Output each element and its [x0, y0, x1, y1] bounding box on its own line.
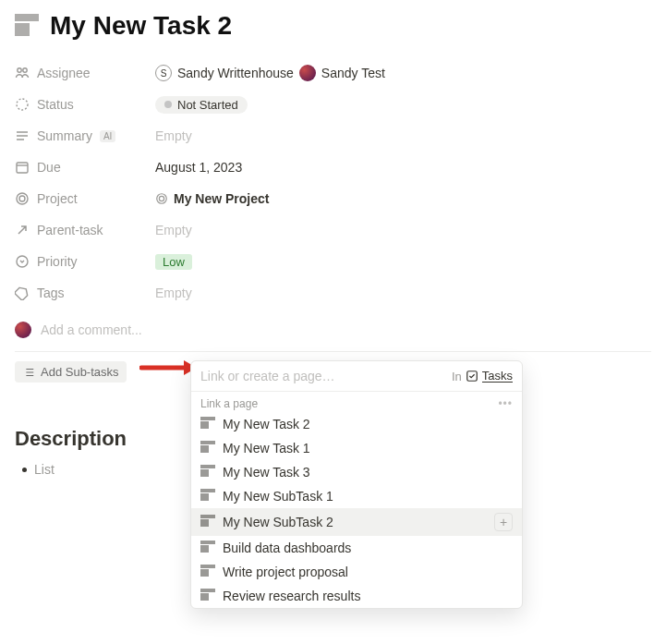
project-row: Project My New Project: [15, 183, 651, 214]
parent-label[interactable]: Parent-task: [15, 219, 155, 241]
svg-point-4: [17, 193, 28, 204]
popup-option-label: My New Task 1: [223, 441, 310, 456]
svg-point-5: [19, 196, 25, 201]
popup-option-label: My New Task 3: [223, 465, 310, 480]
status-text: Not Started: [177, 98, 238, 112]
popup-header: Link or create a page… In Tasks: [191, 361, 522, 392]
page-title[interactable]: My New Task 2: [50, 11, 232, 41]
parent-row: Parent-task Empty: [15, 214, 651, 246]
popup-option[interactable]: Write project proposal: [191, 560, 522, 584]
project-label[interactable]: Project: [15, 188, 155, 210]
link-a-page-label: Link a page: [200, 397, 258, 410]
popup-option-label: Write project proposal: [223, 565, 348, 579]
add-subtasks-button[interactable]: Add Sub-tasks: [15, 361, 127, 383]
summary-row: Summary AI Empty: [15, 120, 651, 152]
svg-rect-9: [467, 371, 478, 382]
assignee-name-2: Sandy Test: [321, 66, 385, 80]
status-pill: Not Started: [155, 96, 248, 114]
popup-option[interactable]: My New Task 2: [191, 412, 522, 436]
priority-value[interactable]: Low: [155, 254, 192, 270]
svg-point-7: [159, 196, 163, 200]
project-name: My New Project: [174, 191, 269, 206]
summary-label[interactable]: Summary AI: [15, 125, 155, 147]
tags-row: Tags Empty: [15, 277, 651, 309]
summary-label-text: Summary: [37, 128, 92, 143]
svg-point-0: [18, 68, 21, 72]
tags-label-text: Tags: [37, 286, 65, 300]
project-label-text: Project: [37, 191, 78, 206]
popup-option[interactable]: My New Task 3: [191, 460, 522, 484]
select-icon: [15, 254, 30, 269]
due-row: Due August 1, 2023: [15, 152, 651, 183]
svg-point-6: [157, 194, 167, 204]
priority-row: Priority Low: [15, 246, 651, 277]
bullet-icon: [22, 468, 27, 472]
target-icon: [15, 191, 30, 206]
assignee-row: Assignee S Sandy Writtenhouse Sandy Test: [15, 57, 651, 89]
page-icon: [15, 14, 39, 38]
popup-option-label: My New SubTask 1: [223, 489, 333, 504]
tasks-link: Tasks: [482, 370, 513, 383]
text-icon: [15, 128, 30, 143]
project-value[interactable]: My New Project: [155, 191, 269, 206]
add-page-button[interactable]: +: [494, 513, 513, 531]
popup-option-label: Review research results: [223, 589, 360, 603]
in-label: In: [452, 370, 462, 383]
list-icon: [22, 366, 35, 379]
summary-value[interactable]: Empty: [155, 128, 192, 143]
list-item-text: List: [34, 462, 54, 477]
tags-value[interactable]: Empty: [155, 286, 192, 300]
due-label[interactable]: Due: [15, 156, 155, 178]
ai-badge: AI: [100, 130, 115, 142]
priority-label[interactable]: Priority: [15, 250, 155, 273]
page-icon: [200, 417, 215, 431]
comment-placeholder: Add a comment...: [41, 322, 142, 337]
status-icon: [15, 97, 30, 112]
popup-option[interactable]: Build data dashboards: [191, 536, 522, 560]
svg-point-8: [17, 256, 28, 267]
assignee-label[interactable]: Assignee: [15, 62, 155, 84]
people-icon: [15, 66, 30, 80]
arrow-up-right-icon: [15, 223, 30, 237]
current-user-avatar: [15, 322, 31, 338]
link-search-input[interactable]: Link or create a page…: [200, 369, 444, 383]
calendar-icon: [15, 160, 30, 175]
status-label-text: Status: [37, 97, 74, 112]
svg-point-1: [23, 68, 27, 72]
priority-pill: Low: [155, 254, 192, 270]
priority-label-text: Priority: [37, 254, 78, 269]
popup-option[interactable]: My New SubTask 1: [191, 484, 522, 508]
more-icon[interactable]: •••: [498, 397, 513, 410]
popup-option-label: My New SubTask 2: [223, 515, 333, 529]
page-icon: [200, 465, 215, 480]
page-header: My New Task 2: [15, 0, 651, 57]
popup-option[interactable]: My New Task 1: [191, 436, 522, 460]
page-icon: [200, 515, 215, 529]
parent-value[interactable]: Empty: [155, 223, 192, 237]
assignee-value[interactable]: S Sandy Writtenhouse Sandy Test: [155, 65, 385, 81]
status-label[interactable]: Status: [15, 93, 155, 115]
page-icon: [200, 589, 215, 603]
assignee-label-text: Assignee: [37, 66, 91, 80]
tag-icon: [15, 286, 30, 300]
popup-option[interactable]: Review research results: [191, 584, 522, 608]
svg-point-2: [17, 99, 28, 110]
destination-select[interactable]: In Tasks: [452, 370, 513, 383]
due-value[interactable]: August 1, 2023: [155, 160, 242, 175]
page-icon: [200, 489, 215, 504]
checkbox-icon: [466, 370, 478, 383]
status-value[interactable]: Not Started: [155, 96, 248, 114]
page-icon: [200, 565, 215, 579]
comment-row[interactable]: Add a comment...: [15, 309, 651, 352]
popup-section-label: Link a page •••: [191, 392, 522, 412]
tags-label[interactable]: Tags: [15, 282, 155, 304]
popup-option[interactable]: My New SubTask 2+: [191, 508, 522, 536]
parent-label-text: Parent-task: [37, 223, 103, 237]
status-row: Status Not Started: [15, 89, 651, 120]
target-icon-small: [155, 192, 168, 205]
assignee-name-1: Sandy Writtenhouse: [177, 66, 294, 80]
popup-option-label: Build data dashboards: [223, 541, 351, 555]
page-icon: [200, 441, 215, 456]
assignee-avatar-1: S: [155, 65, 172, 81]
link-page-popup: Link or create a page… In Tasks Link a p…: [190, 360, 523, 609]
